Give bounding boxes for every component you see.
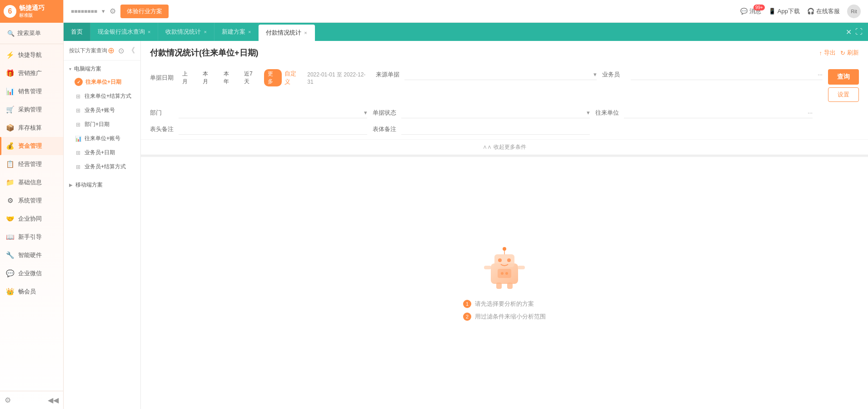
scheme-collapse-btn[interactable]: 《 — [128, 46, 135, 56]
tab-actions: ✕ ⛶ — [846, 28, 868, 36]
nav-item-member[interactable]: 👑 畅会员 — [0, 283, 63, 301]
date-opt-last-month[interactable]: 上月 — [179, 69, 196, 86]
query-btn[interactable]: 查询 — [828, 69, 859, 85]
search-menu-item[interactable]: 🔍 搜索菜单 — [4, 26, 60, 40]
user-info[interactable]: Rit — [847, 5, 861, 18]
nav-label: 畅会员 — [18, 288, 36, 296]
nav-item-guide[interactable]: 📖 新手引导 — [0, 228, 63, 246]
quick-nav-icon: ⚡ — [5, 50, 15, 60]
collapse-sidebar-icon[interactable]: ◀◀ — [48, 396, 59, 404]
refresh-label: 刷新 — [847, 49, 859, 57]
mobile-group-label: 移动端方案 — [75, 181, 103, 189]
tab-bank-flow[interactable]: 现金银行流水查询 × — [90, 23, 158, 41]
header-note-input[interactable] — [179, 124, 367, 135]
online-service-btn[interactable]: 🎧 在线客服 — [807, 7, 840, 15]
scheme-item-staff-settle[interactable]: ⊞ 业务员+结算方式 — [64, 160, 140, 174]
header-gear-icon[interactable]: ⚙ — [110, 7, 116, 15]
nav-item-finance[interactable]: 💰 资金管理 — [0, 137, 63, 155]
svg-point-11 — [501, 272, 504, 275]
scheme-item-label: 业务员+结算方式 — [85, 163, 126, 171]
tab-new-scheme[interactable]: 新建方案 × — [215, 23, 259, 41]
header-right: 💬 消息 99+ 📱 App下载 🎧 在线客服 Rit — [740, 5, 861, 18]
scheme-item-unit-settle[interactable]: ⊞ 往来单位+结算方式 — [64, 89, 140, 103]
maximize-icon[interactable]: ⛶ — [855, 28, 863, 36]
svg-rect-9 — [507, 283, 513, 289]
nav-label: 库存核算 — [18, 124, 42, 132]
nav-item-sales[interactable]: 📊 销售管理 — [0, 82, 63, 101]
scheme-panel-header: 按以下方案查询 ⊕ ⊙ 《 — [64, 41, 140, 61]
export-btn[interactable]: ↑ 导出 — [819, 49, 836, 57]
date-opt-7days[interactable]: 近7天 — [240, 69, 261, 86]
user-avatar[interactable]: Rit — [847, 5, 861, 18]
nav-label: 资金管理 — [18, 142, 42, 150]
top-header: ■■■■■■■■ ▾ ⚙ 体验行业方案 💬 消息 99+ 📱 App下载 🎧 在… — [64, 0, 868, 23]
tab-receivable-label: 收款情况统计 — [165, 28, 201, 36]
dept-select[interactable]: ▾ — [179, 107, 367, 118]
tab-payable-close[interactable]: × — [304, 30, 307, 35]
scheme-item-staff-account[interactable]: ⊞ 业务员+账号 — [64, 103, 140, 117]
empty-illustration — [477, 245, 532, 291]
settings-btn[interactable]: 设置 — [828, 87, 859, 102]
tab-home[interactable]: 首页 — [64, 23, 90, 41]
scheme-item-label: 业务员+日期 — [85, 149, 115, 157]
staff-select[interactable]: ··· — [631, 69, 823, 80]
export-label: 导出 — [824, 49, 836, 57]
body-note-input[interactable] — [401, 124, 590, 135]
tab-payable[interactable]: 付款情况统计 × — [259, 25, 314, 41]
status-select[interactable]: ▾ — [401, 107, 590, 118]
source-select[interactable]: ▾ — [404, 69, 596, 80]
breadcrumb-dropdown-icon[interactable]: ▾ — [102, 8, 105, 15]
mobile-scheme-group-title[interactable]: ▶ 移动端方案 — [64, 179, 140, 191]
nav-item-system[interactable]: ⚙ 系统管理 — [0, 192, 63, 210]
tab-receivable[interactable]: 收款情况统计 × — [158, 23, 214, 41]
scheme-item-staff-date[interactable]: ⊞ 业务员+日期 — [64, 146, 140, 160]
message-btn[interactable]: 💬 消息 99+ — [740, 7, 761, 15]
nav-item-quick[interactable]: ⚡ 快捷导航 — [0, 46, 63, 64]
settings-bottom-icon[interactable]: ⚙ — [5, 396, 11, 404]
scheme-item-unit-date[interactable]: ✓ 往来单位+日期 — [64, 75, 140, 89]
scheme-item-dept-date[interactable]: ⊞ 部门+日期 — [64, 117, 140, 131]
nav-item-business[interactable]: 📋 经营管理 — [0, 155, 63, 173]
nav-item-inventory[interactable]: 📦 库存核算 — [0, 119, 63, 137]
svg-rect-6 — [484, 266, 491, 269]
scheme-add-btn[interactable]: ⊕ — [108, 45, 115, 56]
date-filter-label: 单据日期 — [150, 74, 175, 82]
content-area: 按以下方案查询 ⊕ ⊙ 《 ▾ 电脑端方案 ✓ 往来单位+日期 — [64, 41, 868, 409]
collapse-more-btn[interactable]: ∧∧ 收起更多条件 — [141, 139, 868, 155]
page-actions: ↑ 导出 ↻ 刷新 — [819, 49, 859, 57]
nav-label: 销售管理 — [18, 87, 42, 96]
trial-btn[interactable]: 体验行业方案 — [120, 5, 169, 18]
nav-item-marketing[interactable]: 🎁 营销推广 — [0, 64, 63, 82]
table-icon: ⊞ — [75, 107, 82, 114]
nav-item-purchase[interactable]: 🛒 采购管理 — [0, 101, 63, 119]
tab-new-scheme-close[interactable]: × — [248, 29, 251, 35]
date-opt-more[interactable]: 更多 — [264, 69, 282, 86]
refresh-btn[interactable]: ↻ 刷新 — [840, 49, 859, 57]
nav-item-enterprise[interactable]: 🤝 企业协同 — [0, 210, 63, 228]
basic-icon: 📁 — [5, 178, 15, 187]
page-title-row: 付款情况统计(往来单位+日期) ↑ 导出 ↻ 刷新 — [141, 41, 868, 62]
tab-receivable-close[interactable]: × — [204, 29, 206, 35]
filter-row-notes: 表头备注 表体备注 — [141, 121, 868, 139]
search-menu-area: 🔍 搜索菜单 — [0, 23, 63, 44]
pc-scheme-group-title[interactable]: ▾ 电脑端方案 — [64, 63, 140, 75]
marketing-icon: 🎁 — [5, 69, 15, 78]
scheme-item-unit-account[interactable]: 📊 往来单位+账号 — [64, 131, 140, 146]
close-all-icon[interactable]: ✕ — [846, 28, 852, 36]
nav-item-basic[interactable]: 📁 基础信息 — [0, 173, 63, 192]
status-filter-group: 单据状态 ▾ — [373, 107, 590, 118]
scheme-gear-btn[interactable]: ⊙ — [118, 46, 124, 55]
app-download-btn[interactable]: 📱 App下载 — [768, 7, 800, 15]
nav-item-hardware[interactable]: 🔧 智能硬件 — [0, 246, 63, 264]
date-opt-this-month[interactable]: 本月 — [199, 69, 217, 86]
chart-icon: 📊 — [75, 135, 82, 142]
date-opt-this-year[interactable]: 本年 — [220, 69, 238, 86]
date-filter-group: 单据日期 上月 本月 本年 近7天 更多 自定义 2022-01-01 至 20… — [150, 69, 370, 86]
table-icon: ⊞ — [75, 121, 82, 128]
staff-filter-group: 业务员 ··· — [602, 69, 823, 80]
nav-item-weixin[interactable]: 💬 企业微信 — [0, 264, 63, 283]
tab-bank-flow-close[interactable]: × — [148, 29, 150, 35]
unit-select[interactable]: ··· — [624, 107, 813, 118]
source-dropdown-icon: ▾ — [594, 71, 597, 78]
date-custom-label[interactable]: 自定义 — [284, 70, 302, 86]
